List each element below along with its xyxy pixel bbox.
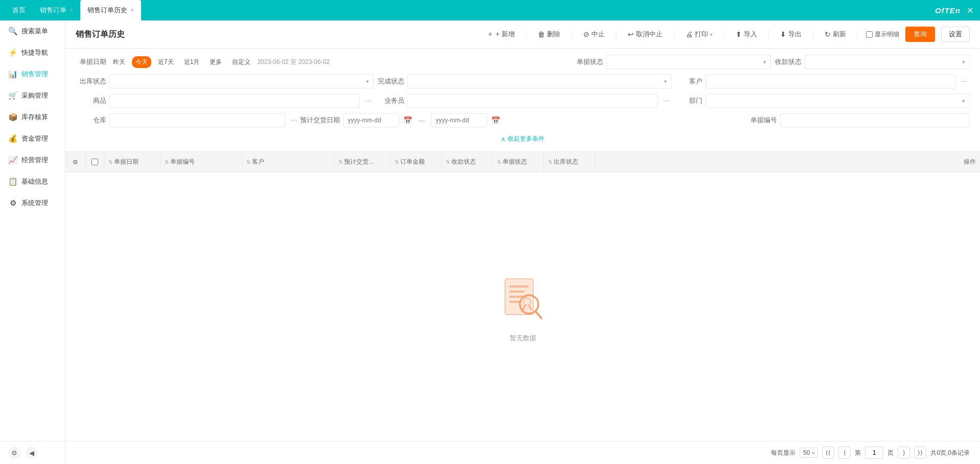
sidebar-item-purchase[interactable]: 🛒 采购管理	[0, 85, 65, 106]
next-page-btn[interactable]: ⟩	[898, 447, 910, 459]
sidebar-item-basic-info[interactable]: 📋 基础信息	[0, 171, 65, 192]
filter-out-status: 出库状态 ▾	[76, 74, 374, 89]
sidebar-settings-icon[interactable]: ⚙	[8, 447, 20, 459]
select-all-checkbox[interactable]	[92, 159, 98, 165]
divider-2	[572, 30, 572, 38]
purchase-icon: 🛒	[8, 91, 17, 100]
salesman-label: 业务员	[374, 96, 404, 105]
salesman-dots-btn[interactable]: ···	[661, 96, 672, 105]
goods-input[interactable]	[109, 94, 360, 108]
th-amount[interactable]: ⇅ 订单金额	[391, 152, 442, 172]
date-calendar-to[interactable]: 📅	[491, 116, 500, 124]
th-action: 操作	[595, 152, 980, 172]
filter-date: 单据日期 昨天 今天 近7天 近1月 更多 自定义 2023-06-02 至 2…	[76, 56, 573, 68]
warehouse-input[interactable]	[109, 113, 285, 127]
divider-6	[768, 30, 769, 38]
new-btn[interactable]: ＋ + 新增	[484, 28, 518, 41]
operations-icon: 📈	[8, 156, 17, 165]
show-detail-input[interactable]	[866, 31, 873, 38]
sidebar-label-purchase: 采购管理	[21, 91, 48, 100]
dept-select[interactable]: ▾	[705, 94, 970, 108]
th-checkbox[interactable]	[86, 152, 104, 172]
th-settings[interactable]: ⚙	[65, 152, 86, 172]
export-btn[interactable]: ⬇ 导出	[777, 28, 805, 41]
page-suffix-label: 页	[887, 449, 894, 457]
sidebar-item-nav[interactable]: ⚡ 快捷导航	[0, 42, 65, 63]
date-tag-7days[interactable]: 近7天	[154, 56, 177, 68]
print-btn[interactable]: 🖨 打印 ▾	[682, 28, 716, 41]
finance-icon: 💰	[8, 134, 17, 143]
sidebar-label-nav: 快捷导航	[21, 48, 48, 57]
tab-home[interactable]: 首页	[5, 0, 33, 20]
window-close-btn[interactable]: ✕	[965, 5, 975, 15]
current-page-input[interactable]	[865, 447, 883, 459]
customer-input[interactable]	[705, 74, 956, 89]
order-status-label: 单据状态	[573, 57, 603, 67]
last-page-btn[interactable]: ⟩⟩	[914, 447, 926, 459]
doc-num-input[interactable]	[780, 113, 970, 127]
out-status-label: 出库状态	[76, 77, 106, 86]
dept-chevron: ▾	[962, 98, 965, 104]
query-btn[interactable]: 查询	[905, 27, 935, 42]
th-pay-status[interactable]: ⇅ 收款状态	[442, 152, 493, 172]
customer-dots-btn[interactable]: ···	[959, 77, 970, 86]
filter-warehouse: 仓库 ···	[76, 113, 299, 127]
per-page-select[interactable]: 50 ▾	[800, 448, 818, 458]
delete-icon: 🗑	[538, 30, 545, 38]
out-status-select[interactable]: ▾	[109, 74, 374, 89]
filter-row-2: 出库状态 ▾ 完成状态 ▾ 客户 ···	[76, 74, 970, 89]
th-date[interactable]: ⇅ 单据日期	[104, 152, 161, 172]
filter-pay-status: 收款状态 ▾	[771, 55, 970, 69]
pay-status-select[interactable]: ▾	[805, 55, 970, 69]
first-page-btn[interactable]: ⟨⟨	[822, 447, 834, 459]
filter-panel: 单据日期 昨天 今天 近7天 近1月 更多 自定义 2023-06-02 至 2…	[65, 49, 980, 152]
import-btn[interactable]: ⬆ 导入	[733, 28, 760, 41]
cancel-stop-btn[interactable]: ↩ 取消中止	[625, 28, 666, 41]
sidebar-item-system[interactable]: ⚙ 系统管理	[0, 192, 65, 214]
show-detail-checkbox[interactable]: 显示明细	[866, 30, 899, 39]
close-tab-sales-order-history[interactable]: ×	[130, 7, 134, 14]
warehouse-dots-btn[interactable]: ···	[288, 116, 299, 125]
date-tag-more[interactable]: 更多	[206, 56, 225, 68]
th-customer[interactable]: ⇅ 客户	[242, 152, 334, 172]
sidebar-item-finance[interactable]: 💰 资金管理	[0, 128, 65, 149]
close-tab-sales-order[interactable]: ×	[70, 7, 73, 14]
sort-pay-status-icon: ⇅	[446, 159, 450, 165]
sidebar-collapse-icon[interactable]: ◀	[26, 447, 38, 459]
delivery-date-to[interactable]	[431, 113, 487, 127]
new-icon: ＋	[487, 30, 494, 39]
goods-dots-btn[interactable]: ···	[363, 96, 374, 105]
stop-btn[interactable]: ⊘ 中止	[580, 28, 608, 41]
filter-doc-num: 单据编号	[746, 113, 970, 127]
date-tag-yesterday[interactable]: 昨天	[109, 56, 129, 68]
sidebar-item-search[interactable]: 🔍 搜索菜单	[0, 20, 65, 42]
table-header: ⚙ ⇅ 单据日期 ⇅ 单据编号 ⇅ 客户 ⇅	[65, 152, 980, 172]
settings-btn[interactable]: 设置	[941, 27, 970, 42]
prev-page-btn[interactable]: ⟨	[838, 447, 851, 459]
delete-btn[interactable]: 🗑 删除	[535, 28, 563, 41]
sidebar-item-sales[interactable]: 📊 销售管理	[0, 63, 65, 85]
main-layout: 🔍 搜索菜单 ⚡ 快捷导航 📊 销售管理 🛒 采购管理 📦 库存核算 💰 资金管…	[0, 20, 980, 464]
sort-amount-icon: ⇅	[395, 159, 399, 165]
tab-sales-order-history[interactable]: 销售订单历史 ×	[80, 0, 141, 20]
order-status-select[interactable]: ▾	[606, 55, 771, 69]
complete-status-select[interactable]: ▾	[407, 74, 672, 89]
salesman-input[interactable]	[407, 94, 658, 108]
th-delivery[interactable]: ⇅ 预计交货...	[334, 152, 391, 172]
date-tag-custom[interactable]: 自定义	[229, 56, 254, 68]
th-order-status[interactable]: ⇅ 单据状态	[493, 152, 544, 172]
tab-sales-order[interactable]: 销售订单 ×	[33, 0, 80, 20]
delivery-date-from[interactable]	[343, 113, 399, 127]
th-out-status[interactable]: ⇅ 出库状态	[544, 152, 595, 172]
date-calendar-from[interactable]: 📅	[403, 116, 412, 124]
th-num[interactable]: ⇅ 单据编号	[161, 152, 242, 172]
sidebar-item-operations[interactable]: 📈 经营管理	[0, 149, 65, 171]
date-tag-today[interactable]: 今天	[132, 56, 151, 68]
date-tag-1month[interactable]: 近1月	[180, 56, 203, 68]
collapse-btn[interactable]: ∧ 收起更多条件	[76, 132, 970, 145]
svg-rect-2	[509, 291, 525, 293]
refresh-btn[interactable]: ↻ 刷新	[822, 28, 849, 41]
pay-status-chevron: ▾	[962, 59, 965, 65]
sidebar-item-inventory[interactable]: 📦 库存核算	[0, 106, 65, 128]
date-label: 单据日期	[76, 57, 106, 67]
